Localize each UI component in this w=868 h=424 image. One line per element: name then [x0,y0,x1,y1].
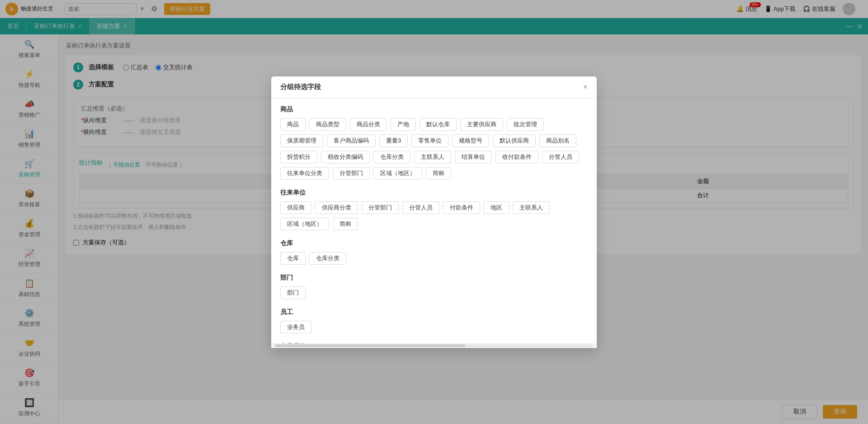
field-tag[interactable]: 主要供应商 [460,118,503,131]
field-tags-staff: 业务员 [280,321,588,333]
field-section-staff: 员工 业务员 [280,308,588,333]
field-tag[interactable]: 分管部门 [362,201,399,214]
field-tag[interactable]: 拆货积分 [280,151,317,163]
field-tag[interactable]: 主联系人 [513,201,550,214]
field-section-dept-title: 部门 [280,274,588,282]
field-tag[interactable]: 分管人员 [542,151,579,163]
field-tag[interactable]: 分管部门 [333,167,370,180]
field-tag[interactable]: 简称 [426,167,451,180]
horizontal-scrollbar[interactable] [275,344,593,347]
field-tags-goods: 商品 商品类型 商品分类 产地 默认仓库 主要供应商 批次管理 保质期管理 客户… [280,118,588,180]
field-tag[interactable]: 结算单位 [455,151,492,163]
field-tag[interactable]: 客户商品编码 [327,134,376,147]
field-section-partner: 往来单位 供应商 供应商分类 分管部门 分管人员 付款条件 地区 主联系人 区域… [280,189,588,230]
field-tag[interactable]: 部门 [280,286,306,299]
field-tag[interactable]: 重量3 [379,134,408,147]
field-tag[interactable]: 往来单位分类 [280,167,329,180]
field-tag[interactable]: 供应商 [280,201,311,214]
field-tag[interactable]: 零售单位 [411,134,448,147]
field-tag[interactable]: 保质期管理 [280,134,323,147]
modal-close-icon[interactable]: × [583,83,588,91]
modal-body: 商品 商品 商品类型 商品分类 产地 默认仓库 主要供应商 批次管理 保质期管理… [271,98,597,343]
field-tag[interactable]: 默认供应商 [493,134,536,147]
field-tag[interactable]: 仓库分类 [309,252,346,265]
modal: 分组待选字段 × 商品 商品 商品类型 商品分类 产地 默认仓库 主要供应商 批… [271,76,597,348]
field-section-dept: 部门 部门 [280,274,588,299]
modal-title: 分组待选字段 [280,83,321,91]
field-section-warehouse: 仓库 仓库 仓库分类 [280,239,588,265]
field-section-goods-title: 商品 [280,105,588,114]
field-tag[interactable]: 区域（地区） [280,218,329,230]
field-tag[interactable]: 产地 [391,118,416,131]
field-tag[interactable]: 付款条件 [443,201,480,214]
field-tag[interactable]: 商品 [280,118,306,131]
field-tag[interactable]: 区域（地区） [373,167,422,180]
field-section-staff-title: 员工 [280,308,588,316]
field-section-warehouse-title: 仓库 [280,239,588,248]
field-tags-partner: 供应商 供应商分类 分管部门 分管人员 付款条件 地区 主联系人 区域（地区） … [280,201,588,230]
field-tag[interactable]: 税收分类编码 [321,151,370,163]
field-tags-dept: 部门 [280,286,588,299]
field-tag[interactable]: 批次管理 [507,118,544,131]
field-tag[interactable]: 收付款条件 [495,151,538,163]
modal-header: 分组待选字段 × [271,76,597,98]
modal-overlay: 分组待选字段 × 商品 商品 商品类型 商品分类 产地 默认仓库 主要供应商 批… [0,0,868,424]
field-tag[interactable]: 商品类型 [309,118,346,131]
field-section-partner-title: 往来单位 [280,189,588,197]
field-tag[interactable]: 地区 [484,201,509,214]
field-tags-warehouse: 仓库 仓库分类 [280,252,588,265]
field-tag[interactable]: 简称 [333,218,358,230]
field-tag[interactable]: 供应商分类 [315,201,358,214]
field-tag[interactable]: 规格型号 [452,134,489,147]
field-tag[interactable]: 主联系人 [414,151,451,163]
field-tag[interactable]: 商品别名 [539,134,576,147]
field-tag[interactable]: 商品分类 [350,118,387,131]
field-tag[interactable]: 分管人员 [402,201,439,214]
modal-scrollbar-area [271,343,597,348]
field-section-goods: 商品 商品 商品类型 商品分类 产地 默认仓库 主要供应商 批次管理 保质期管理… [280,105,588,180]
field-tag[interactable]: 业务员 [280,321,311,333]
field-tag[interactable]: 默认仓库 [420,118,457,131]
field-tag[interactable]: 仓库分类 [373,151,410,163]
scrollbar-thumb [275,344,466,347]
field-tag[interactable]: 仓库 [280,252,306,265]
